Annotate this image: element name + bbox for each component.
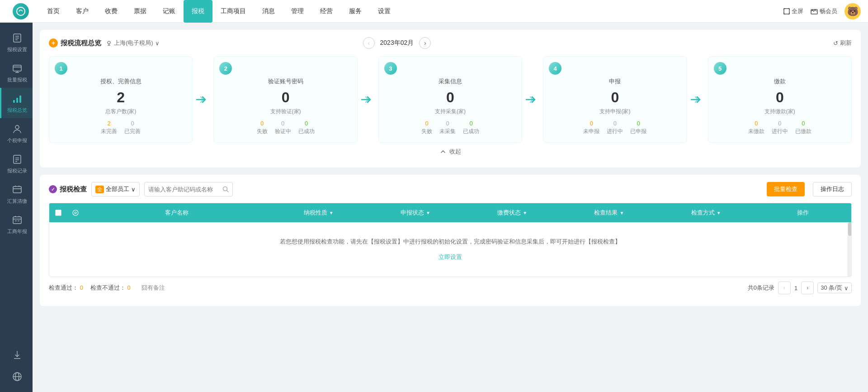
step-1-stat-0-label: 未完善	[101, 128, 117, 135]
collapse-bar[interactable]: 收起	[49, 143, 852, 158]
step-3-count: 0	[446, 89, 454, 106]
step-3-stat-2-label: 已成功	[463, 128, 479, 135]
sidebar-item-personal-tax[interactable]: 个税申报	[0, 118, 33, 148]
step-2-number: 2	[219, 62, 232, 75]
check-fail-label: 检查不通过：	[90, 284, 126, 291]
sidebar-item-globe[interactable]	[0, 366, 33, 387]
sidebar-item-reconcile[interactable]: 汇算清缴	[0, 179, 33, 209]
sidebar-label-batch-tax: 批量报税	[7, 76, 27, 83]
check-pass-val[interactable]: 0	[80, 284, 83, 291]
step-5-stat-1-label: 进行中	[772, 128, 788, 135]
check-fail-val[interactable]: 0	[127, 284, 130, 291]
avatar-bear[interactable]: 🐻	[844, 3, 861, 19]
sidebar-label-tax-records: 报税记录	[7, 167, 27, 174]
top-nav: 首页 客户 收费 票据 记账 报税 工商项目 消息 管理 经营 服务 设置 全屏…	[0, 0, 868, 23]
refresh-button[interactable]: ↺ 刷新	[833, 39, 852, 47]
th-declare-status-label: 申报状态	[401, 209, 424, 217]
tax-settings-icon	[11, 32, 24, 44]
step-4-stat-2-val: 0	[637, 120, 640, 127]
nav-service[interactable]: 服务	[341, 0, 370, 23]
th-declare-status[interactable]: 申报状态 ▼	[367, 209, 464, 217]
step-4-declare: 4 申报 0 支持申报(家) 0 未申报 0 进行中	[543, 56, 687, 143]
step-3-stat-1-label: 未采集	[439, 128, 456, 135]
step-4-stat-0-label: 未申报	[583, 128, 599, 135]
scroll-thumb[interactable]	[848, 222, 852, 236]
step-3-title: 采集信息	[439, 77, 462, 86]
nav-settings[interactable]: 设置	[370, 0, 399, 23]
step-5-stat-2-label: 已缴款	[795, 128, 811, 135]
logo[interactable]	[7, 3, 34, 19]
step-arrow-1	[193, 56, 213, 143]
th-payment-status[interactable]: 缴费状态 ▼	[464, 209, 561, 217]
step-2-stat-1-label: 验证中	[275, 128, 291, 135]
nav-home[interactable]: 首页	[39, 0, 68, 23]
prev-month-button[interactable]: ‹	[363, 37, 375, 49]
client-search-box[interactable]	[144, 182, 233, 196]
scrollbar[interactable]	[848, 222, 851, 277]
nav-invoice[interactable]: 票据	[126, 0, 155, 23]
location-tag[interactable]: 上海(电子税局) ∨	[106, 39, 160, 47]
next-month-button[interactable]: ›	[419, 37, 431, 49]
operation-log-button[interactable]: 操作日志	[813, 182, 852, 196]
location-label: 上海(电子税局)	[114, 39, 153, 47]
setup-link[interactable]: 立即设置	[280, 251, 621, 263]
th-check-result[interactable]: 检查结果 ▼	[561, 209, 657, 217]
step-4-number: 4	[549, 62, 561, 75]
sidebar-item-tax-records[interactable]: 报税记录	[0, 148, 33, 179]
th-tax-nature[interactable]: 纳税性质 ▼	[270, 209, 367, 217]
step-5-number: 5	[714, 62, 726, 75]
step-4-stat-0-val: 0	[590, 120, 593, 127]
nav-client[interactable]: 客户	[68, 0, 97, 23]
step-5-count: 0	[776, 89, 784, 106]
check-pass-stat: 检查通过： 0	[49, 284, 83, 292]
process-overview-card: + 报税流程总览 上海(电子税局) ∨ ‹ 2023年02月 ›	[40, 30, 861, 167]
step-5-stat-1-val: 0	[778, 120, 781, 127]
page-size-select[interactable]: 30 条/页 ∨	[817, 282, 852, 293]
nav-operation[interactable]: 经营	[312, 0, 341, 23]
vip-button[interactable]: 畅会员	[811, 7, 837, 15]
step-5-stats: 0 未缴款 0 进行中 0 已缴款	[748, 120, 811, 135]
sidebar-item-download[interactable]	[0, 344, 33, 366]
svg-rect-22	[13, 217, 21, 224]
month-navigator: ‹ 2023年02月 ›	[363, 37, 431, 49]
select-all-checkbox[interactable]	[55, 210, 61, 216]
fullscreen-button[interactable]: 全屏	[783, 7, 803, 15]
steps-row: 1 授权、完善信息 2 总客户数(家) 2 未完善 0 已完善	[49, 56, 852, 143]
next-page-button[interactable]: ›	[801, 282, 814, 294]
prev-page-button[interactable]: ‹	[778, 282, 791, 294]
th-checkbox[interactable]	[49, 210, 67, 216]
sidebar-label-personal-tax: 个税申报	[7, 137, 27, 144]
step-5-sub: 支持缴款(家)	[764, 108, 795, 115]
nav-accounting[interactable]: 记账	[155, 0, 184, 23]
client-search-input[interactable]	[148, 186, 221, 193]
th-check-method[interactable]: 检查方式 ▼	[658, 209, 755, 217]
sidebar-item-batch-tax[interactable]: 批量报税	[0, 57, 33, 88]
batch-check-button[interactable]: 批量检查	[767, 182, 805, 196]
step-5-stat-2-val: 0	[802, 120, 805, 127]
th-settings[interactable]	[67, 210, 84, 216]
sidebar-item-tax-settings[interactable]: 报税设置	[0, 27, 33, 57]
table-header: 客户名称 纳税性质 ▼ 申报状态 ▼ 缴费状态 ▼ 检查	[49, 203, 851, 222]
nav-message[interactable]: 消息	[254, 0, 283, 23]
step-2-verify: 2 验证账号密码 0 支持验证(家) 0 失败 0 验证中	[213, 56, 357, 143]
sidebar-item-tax-overview[interactable]: 报税总览	[0, 88, 33, 118]
th-check-result-label: 检查结果	[594, 209, 618, 217]
nav-business[interactable]: 工商项目	[212, 0, 254, 23]
step-3-stat-0-val: 0	[425, 120, 428, 127]
nav-management[interactable]: 管理	[283, 0, 312, 23]
svg-rect-12	[19, 96, 21, 103]
sidebar-bottom	[0, 344, 33, 392]
collapse-label: 收起	[449, 148, 461, 156]
empty-message: 若您想使用报税检查功能，请先在【报税设置】中进行报税的初始化设置，完成密码验证和…	[280, 236, 621, 248]
table-empty-state: 若您想使用报税检查功能，请先在【报税设置】中进行报税的初始化设置，完成密码验证和…	[271, 222, 630, 277]
nav-tax[interactable]: 报税	[184, 0, 212, 23]
step-4-stats: 0 未申报 0 进行中 0 已申报	[583, 120, 646, 135]
fullscreen-label: 全屏	[792, 7, 803, 15]
nav-fee[interactable]: 收费	[97, 0, 126, 23]
check-title-text: ✓ 报税检查	[49, 185, 87, 194]
plus-icon: +	[49, 38, 58, 48]
employee-filter-select[interactable]: 全 全部员工 ∨	[91, 182, 140, 196]
employee-filter-label: 全部员工	[106, 185, 129, 193]
sidebar-item-annual-report[interactable]: 工商年报	[0, 209, 33, 239]
th-check-result-filter: ▼	[619, 210, 624, 215]
